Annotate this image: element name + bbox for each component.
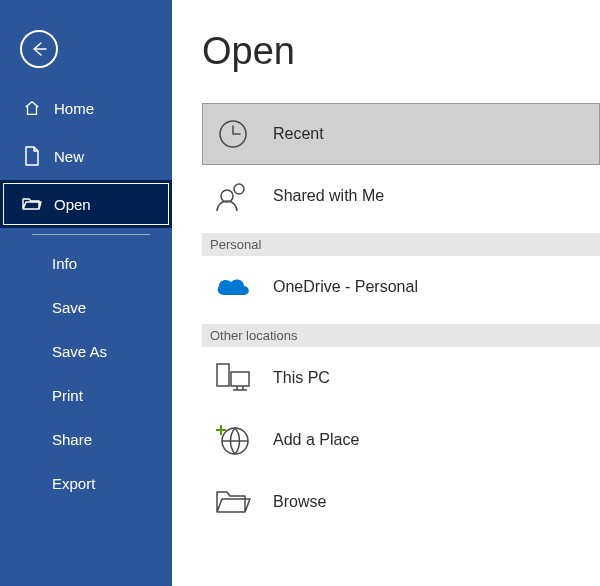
blank-page-icon <box>22 146 42 166</box>
sidebar-divider <box>32 234 150 235</box>
clock-icon <box>213 114 253 154</box>
location-recent[interactable]: Recent <box>202 103 600 165</box>
sidebar-item-label: Open <box>54 196 91 213</box>
location-label: Add a Place <box>273 431 359 449</box>
folder-open-icon <box>22 194 42 214</box>
people-icon <box>213 176 253 216</box>
this-pc-icon <box>213 358 253 398</box>
location-label: This PC <box>273 369 330 387</box>
page-title: Open <box>202 30 600 73</box>
sidebar-item-label: Export <box>52 475 95 492</box>
sidebar-item-label: Info <box>52 255 77 272</box>
location-label: OneDrive - Personal <box>273 278 418 296</box>
add-place-icon <box>213 420 253 460</box>
sidebar-item-label: Print <box>52 387 83 404</box>
onedrive-icon <box>213 267 253 307</box>
folder-open-icon <box>213 482 253 522</box>
sidebar-item-home[interactable]: Home <box>0 84 172 132</box>
sidebar-item-label: Home <box>54 100 94 117</box>
backstage-sidebar: Home New Open Info Save Save As Print Sh… <box>0 0 172 586</box>
svg-rect-4 <box>231 372 249 386</box>
location-label: Browse <box>273 493 326 511</box>
sidebar-item-save[interactable]: Save <box>0 285 172 329</box>
location-browse[interactable]: Browse <box>202 471 600 533</box>
sidebar-item-open[interactable]: Open <box>0 180 172 228</box>
sidebar-item-export[interactable]: Export <box>0 461 172 505</box>
sidebar-item-save-as[interactable]: Save As <box>0 329 172 373</box>
location-add-a-place[interactable]: Add a Place <box>202 409 600 471</box>
location-label: Shared with Me <box>273 187 384 205</box>
home-icon <box>22 98 42 118</box>
location-this-pc[interactable]: This PC <box>202 347 600 409</box>
location-label: Recent <box>273 125 324 143</box>
section-header-personal: Personal <box>202 233 600 256</box>
svg-point-2 <box>221 190 233 202</box>
back-button[interactable] <box>20 30 58 68</box>
location-onedrive-personal[interactable]: OneDrive - Personal <box>202 256 600 318</box>
sidebar-item-label: New <box>54 148 84 165</box>
arrow-left-icon <box>29 39 49 59</box>
section-header-other-locations: Other locations <box>202 324 600 347</box>
sidebar-item-share[interactable]: Share <box>0 417 172 461</box>
svg-point-1 <box>234 184 244 194</box>
main-content: Open Recent Shared with Me Personal OneD… <box>172 0 600 586</box>
sidebar-item-print[interactable]: Print <box>0 373 172 417</box>
sidebar-item-label: Save <box>52 299 86 316</box>
location-shared-with-me[interactable]: Shared with Me <box>202 165 600 227</box>
sidebar-item-info[interactable]: Info <box>0 241 172 285</box>
sidebar-item-new[interactable]: New <box>0 132 172 180</box>
svg-rect-3 <box>217 364 229 386</box>
sidebar-item-label: Share <box>52 431 92 448</box>
sidebar-item-label: Save As <box>52 343 107 360</box>
